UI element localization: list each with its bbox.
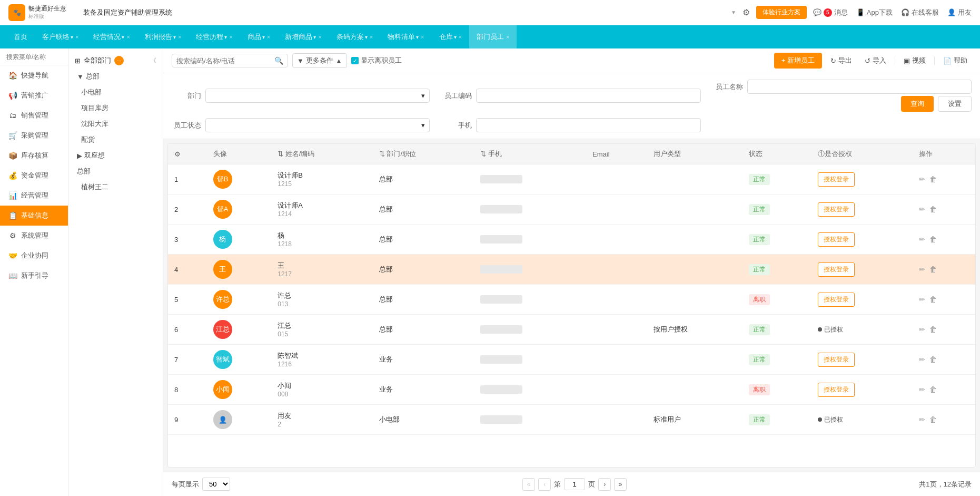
delete-icon[interactable]: 🗑 — [929, 295, 937, 304]
next-page-button[interactable]: › — [598, 478, 611, 491]
help-button[interactable]: 📄 帮助 — [939, 54, 972, 67]
tab-history[interactable]: 经营历程▾× — [189, 25, 240, 48]
sidebar-item-purchase[interactable]: 🛒 采购管理 — [0, 125, 68, 145]
delete-icon[interactable]: 🗑 — [929, 205, 937, 213]
auth-login-button[interactable]: 授权登录 — [818, 202, 855, 217]
edit-icon[interactable]: ✏ — [919, 355, 925, 364]
sidebar-item-inventory[interactable]: 📦 库存核算 — [0, 145, 68, 166]
filter-dept-input[interactable] — [210, 92, 421, 100]
filter-dept-select[interactable]: ▾ — [205, 89, 430, 103]
edit-icon[interactable]: ✏ — [919, 385, 925, 394]
edit-icon[interactable]: ✏ — [919, 415, 925, 424]
inventory-icon: 📦 — [8, 151, 17, 160]
sidebar-search-input[interactable] — [6, 53, 68, 61]
dept-item-shenyang[interactable]: 沈阳大库 — [68, 116, 163, 132]
dept-item-zhishuwanger[interactable]: 植树王二 — [68, 179, 163, 195]
filter-phone-input[interactable] — [476, 118, 700, 132]
app-download-button[interactable]: 📱 App下载 — [856, 8, 893, 17]
more-filter-button[interactable]: ▼ 更多条件 ▲ — [292, 53, 347, 68]
delete-icon[interactable]: 🗑 — [929, 355, 937, 364]
online-service-button[interactable]: 🎧 在线客服 — [901, 8, 939, 17]
tab-new-goods[interactable]: 新增商品▾× — [278, 25, 329, 48]
dept-group-zongbu2[interactable]: 总部 — [68, 163, 163, 179]
delete-icon[interactable]: 🗑 — [929, 175, 937, 183]
authorized-dot — [818, 327, 822, 332]
tab-profit[interactable]: 利润报告▾× — [137, 25, 189, 48]
user-button[interactable]: 👤 用友 — [947, 8, 972, 17]
add-employee-button[interactable]: + 新增员工 — [774, 53, 822, 69]
try-industry-button[interactable]: 体验行业方案 — [756, 6, 807, 19]
delete-icon[interactable]: 🗑 — [929, 385, 937, 394]
basicinfo-icon: 📋 — [8, 211, 17, 220]
tab-barcode[interactable]: 条码方案▾× — [329, 25, 380, 48]
delete-icon[interactable]: 🗑 — [929, 415, 937, 424]
reset-button[interactable]: 设置 — [938, 96, 972, 112]
system-dropdown-arrow[interactable]: ▼ — [731, 9, 736, 15]
sidebar-item-basicinfo[interactable]: 📋 基础信息 — [0, 206, 68, 226]
sidebar-item-operations[interactable]: 📊 经营管理 — [0, 186, 68, 206]
row-avatar: 郁A — [207, 194, 272, 225]
search-input[interactable] — [176, 57, 271, 65]
edit-icon[interactable]: ✏ — [919, 235, 925, 244]
filter-empcode-input[interactable] — [476, 89, 700, 103]
sidebar-item-collab[interactable]: 🤝 企业协同 — [0, 246, 68, 266]
sidebar-item-system[interactable]: ⚙ 系统管理 — [0, 226, 68, 246]
tab-home[interactable]: 首页 — [6, 25, 35, 48]
row-auth: 授权登录 — [811, 194, 913, 225]
dept-item-xiaodibu[interactable]: 小电部 — [68, 84, 163, 100]
tab-bom[interactable]: 物料清单▾× — [380, 25, 431, 48]
prev-page-button[interactable]: ‹ — [538, 478, 551, 491]
delete-icon[interactable]: 🗑 — [929, 265, 937, 274]
tab-customer[interactable]: 客户联络▾× — [35, 25, 86, 48]
view-button[interactable]: ▣ 视频 — [899, 54, 930, 67]
auth-login-button[interactable]: 授权登录 — [818, 383, 855, 397]
page-number-input[interactable] — [564, 478, 585, 490]
row-usertype: 标准用户 — [647, 405, 743, 435]
dept-collapse-btn[interactable]: 《 — [150, 56, 156, 65]
sidebar-item-quicknav[interactable]: 🏠 快捷导航 — [0, 65, 68, 85]
sidebar-item-finance[interactable]: 💰 资金管理 — [0, 166, 68, 186]
delete-icon[interactable]: 🗑 — [929, 235, 937, 244]
tab-warehouse[interactable]: 仓库▾× — [432, 25, 469, 48]
auth-login-button[interactable]: 授权登录 — [818, 172, 855, 187]
view-label: 视频 — [912, 56, 926, 65]
tab-operations[interactable]: 经营情况▾× — [86, 25, 137, 48]
page-size-select[interactable]: 50 — [202, 478, 230, 491]
auth-login-button[interactable]: 授权登录 — [818, 262, 855, 277]
import-button[interactable]: ↺ 导入 — [860, 54, 890, 67]
show-resigned-checkbox[interactable]: ✓ — [351, 57, 359, 64]
filter-empstatus-input[interactable] — [210, 121, 421, 129]
show-resigned-wrap[interactable]: ✓ 显示离职员工 — [351, 56, 402, 65]
edit-icon[interactable]: ✏ — [919, 205, 925, 213]
notice-button[interactable]: 💬 5 消息 — [813, 8, 848, 17]
marketing-icon: 📢 — [8, 91, 17, 100]
edit-icon[interactable]: ✏ — [919, 295, 925, 304]
logo-text: 畅捷通好生意 — [28, 5, 66, 13]
edit-icon[interactable]: ✏ — [919, 175, 925, 183]
dept-item-xiangtukufang[interactable]: 项目库房 — [68, 100, 163, 116]
delete-icon[interactable]: 🗑 — [929, 325, 937, 334]
tab-goods[interactable]: 商品▾× — [240, 25, 278, 48]
last-page-button[interactable]: » — [614, 478, 627, 491]
search-icon[interactable]: 🔍 — [274, 56, 283, 65]
auth-login-button[interactable]: 授权登录 — [818, 353, 855, 367]
sidebar-item-sales[interactable]: 🗂 销售管理 — [0, 105, 68, 125]
settings-icon[interactable]: ⚙ — [743, 7, 750, 17]
tab-dept-employee[interactable]: 部门员工× — [469, 25, 517, 48]
edit-icon[interactable]: ✏ — [919, 325, 925, 334]
filter-empname-input[interactable] — [747, 80, 972, 94]
dept-item-peihuo[interactable]: 配货 — [68, 132, 163, 148]
sidebar-item-guide[interactable]: 📖 新手引导 — [0, 266, 68, 286]
auth-login-button[interactable]: 授权登录 — [818, 232, 855, 247]
col-settings[interactable]: ⚙ — [168, 144, 207, 164]
filter-empstatus-select[interactable]: ▾ — [205, 118, 430, 132]
row-no: 1 — [168, 164, 207, 194]
query-button[interactable]: 查询 — [901, 96, 934, 112]
dept-group-shuangzuoxiang[interactable]: ▶ 双座想 — [68, 148, 163, 163]
export-button[interactable]: ↻ 导出 — [826, 54, 856, 67]
auth-login-button[interactable]: 授权登录 — [818, 293, 855, 307]
dept-group-zongbu[interactable]: ▼ 总部 — [68, 69, 163, 84]
sidebar-item-marketing[interactable]: 📢 营销推广 — [0, 85, 68, 105]
edit-icon[interactable]: ✏ — [919, 265, 925, 274]
first-page-button[interactable]: « — [522, 478, 535, 491]
